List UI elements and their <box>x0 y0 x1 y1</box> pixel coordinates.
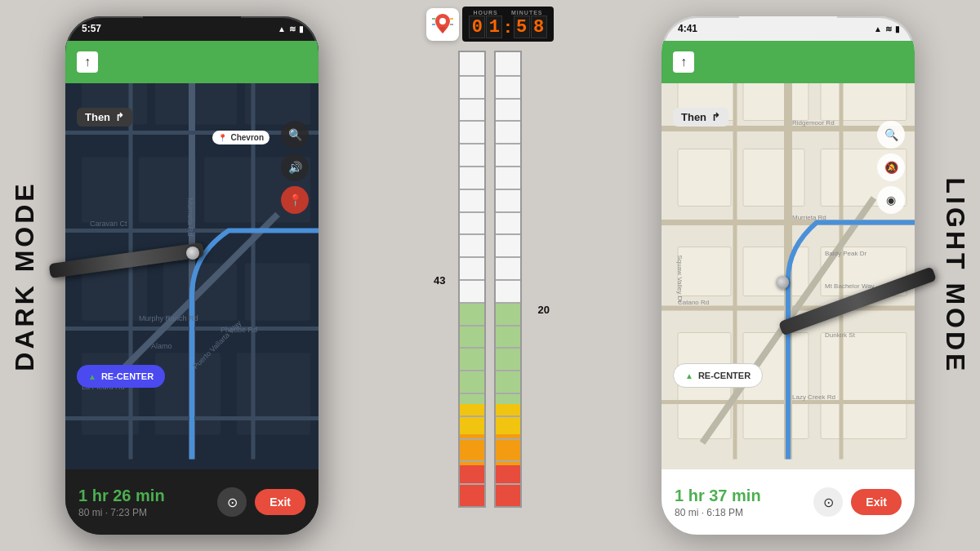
timer-labels: HOURS MINUTES <box>469 10 546 16</box>
svg-rect-11 <box>155 353 220 435</box>
seg13 <box>460 347 484 349</box>
rseg14 <box>496 370 520 371</box>
bottom-icons-right: ⊙ Exit <box>813 487 902 517</box>
location-button-left[interactable]: 📍 <box>281 186 309 214</box>
rseg7 <box>496 211 520 213</box>
seg6 <box>460 189 484 190</box>
bar-empty-right <box>496 52 520 302</box>
min-digit-1: 5 <box>514 16 530 38</box>
minutes-digits: 5 8 <box>514 16 547 38</box>
trip-details-right: 80 mi · 6:18 PM <box>675 507 761 518</box>
recenter-button-right[interactable]: RE-CENTER <box>673 363 763 388</box>
timer-colon: : <box>505 18 510 36</box>
rseg8 <box>496 233 520 235</box>
trip-info-left: 1 hr 26 min 80 mi · 7:23 PM <box>78 487 165 518</box>
center-section: HOURS MINUTES 0 1 : 5 8 <box>425 0 555 551</box>
rseg11 <box>496 302 520 304</box>
svg-text:Dunkirk St: Dunkirk St <box>825 331 856 339</box>
then-text-right: Then <box>681 111 706 123</box>
sound-button-left[interactable]: 🔊 <box>281 153 309 181</box>
rseg3 <box>496 120 520 122</box>
rseg17 <box>496 438 520 440</box>
seg12 <box>460 325 484 327</box>
seg16 <box>460 415 484 417</box>
rseg15 <box>496 393 520 394</box>
recenter-label-left: RE-CENTER <box>101 371 154 381</box>
progress-bars: 43 <box>458 51 522 508</box>
status-bar-left: 5:57 ▲ ≋ ▮ <box>65 20 318 38</box>
bar-marker-20: 20 <box>538 304 550 316</box>
svg-point-29 <box>439 18 446 24</box>
recenter-label-right: RE-CENTER <box>698 371 751 380</box>
svg-rect-46 <box>821 333 906 439</box>
svg-text:Murrieta Rd: Murrieta Rd <box>792 214 826 221</box>
bar-empty-left <box>460 52 484 302</box>
dark-mode-label: DARK MODE <box>10 180 40 371</box>
navigation-icon-right: ⊙ <box>813 487 843 517</box>
progress-bar-left: 43 <box>458 51 486 508</box>
location-button-right[interactable]: ◉ <box>877 186 905 214</box>
bottom-icons-left: ⊙ Exit <box>217 487 305 517</box>
svg-rect-41 <box>678 247 731 296</box>
battery-icon-right: ▮ <box>895 24 900 33</box>
then-text-left: Then <box>85 111 110 123</box>
rseg4 <box>496 143 520 144</box>
rseg1 <box>496 75 520 77</box>
search-button-right[interactable]: 🔍 <box>877 121 905 149</box>
maps-svg-icon <box>429 11 457 38</box>
search-button-left[interactable]: 🔍 <box>281 121 309 149</box>
signal-icon-right: ▲ <box>874 24 882 33</box>
sound-button-right[interactable]: 🔕 <box>877 153 905 181</box>
bar-bg-left <box>458 51 486 508</box>
rseg10 <box>496 279 520 281</box>
recenter-button-left[interactable]: RE-CENTER <box>77 365 165 388</box>
timer-digits: 0 1 : 5 8 <box>469 16 546 38</box>
signal-icon-left: ▲ <box>278 24 286 33</box>
exit-button-left[interactable]: Exit <box>255 489 305 515</box>
svg-text:Mt Bachelor Way: Mt Bachelor Way <box>825 282 875 290</box>
hour-digit-2: 1 <box>486 16 502 38</box>
status-time-left: 5:57 <box>82 23 101 34</box>
rseg19 <box>496 483 520 485</box>
seg19 <box>460 483 484 485</box>
nav-arrow-right <box>673 51 694 73</box>
svg-text:Squaw Valley Dr: Squaw Valley Dr <box>676 256 684 304</box>
poi-label: Chevron <box>230 133 264 142</box>
rseg18 <box>496 460 520 462</box>
svg-rect-4 <box>82 158 131 223</box>
rseg2 <box>496 98 520 100</box>
stylus-tip-right <box>776 276 789 289</box>
svg-text:Murphy Ranch Rd: Murphy Ranch Rd <box>139 314 198 322</box>
minutes-label: MINUTES <box>511 10 543 16</box>
status-bar-right: 4:41 ▲ ≋ ▮ <box>662 20 915 38</box>
svg-rect-38 <box>678 149 731 207</box>
seg5 <box>460 166 484 167</box>
svg-text:Murrieta Rd: Murrieta Rd <box>186 198 194 237</box>
timer-display: HOURS MINUTES 0 1 : 5 8 <box>462 7 553 42</box>
rseg5 <box>496 166 520 167</box>
svg-rect-42 <box>743 247 808 296</box>
stylus-tip-left <box>186 247 199 260</box>
trip-details-left: 80 mi · 7:23 PM <box>78 507 165 518</box>
dark-mode-phone: 5:57 ▲ ≋ ▮ <box>65 16 318 535</box>
hour-digit-1: 0 <box>469 16 485 38</box>
map-light[interactable]: Ridgemoor Rd Murrieta Rd Catano Rd Lazy … <box>662 41 915 469</box>
seg18 <box>460 460 484 462</box>
svg-text:Baldy Peak Dr: Baldy Peak Dr <box>825 250 866 257</box>
seg4 <box>460 143 484 144</box>
rseg6 <box>496 189 520 190</box>
rseg13 <box>496 347 520 349</box>
hours-label: HOURS <box>473 10 497 16</box>
battery-icon-left: ▮ <box>299 24 304 33</box>
svg-text:Ridgemoor Rd: Ridgemoor Rd <box>792 119 835 127</box>
svg-text:Caravan Ct: Caravan Ct <box>90 220 127 228</box>
wifi-icon-left: ≋ <box>289 24 296 33</box>
timer-container: HOURS MINUTES 0 1 : 5 8 <box>426 7 553 42</box>
rseg9 <box>496 256 520 258</box>
seg10 <box>460 279 484 281</box>
exit-button-right[interactable]: Exit <box>851 489 902 515</box>
svg-text:Lazy Creek Rd: Lazy Creek Rd <box>792 393 835 401</box>
bar-marker-43: 43 <box>434 274 445 287</box>
bar-fill-left <box>460 302 484 506</box>
min-digit-2: 8 <box>531 16 547 38</box>
